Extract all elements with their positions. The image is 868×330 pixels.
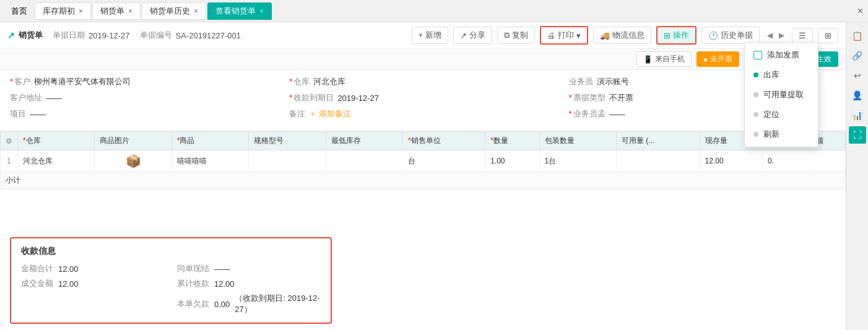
radio-icon-2 [753, 92, 758, 97]
view-toggle-grid[interactable]: ⊞ [818, 28, 838, 43]
table-row: 1 河北仓库 📦 嘻嘻嘻嘻 台 1.00 1台 12.00 0. [1, 150, 846, 172]
warehouse-value: 河北仓库 [313, 76, 345, 87]
tab-inventory[interactable]: 库存期初 × [35, 2, 91, 20]
print-dropdown-icon: ▾ [576, 31, 581, 40]
nav-arrows: ◀ ▶ [765, 30, 787, 41]
close-history-tab[interactable]: × [194, 7, 198, 15]
note-field: 备注 ＋ 添加备注 [289, 108, 556, 119]
doc-date-meta: 单据日期 2019-12-27 [53, 30, 130, 41]
dropdown-locate[interactable]: 定位 [745, 105, 818, 124]
product-header: *商品 [171, 132, 248, 150]
min-stock-header: 最低库存 [326, 132, 402, 150]
operation-button[interactable]: ⊞ 操作 [656, 26, 697, 45]
address-field: 客户地址 —— [10, 92, 277, 103]
customer-field: 客户 柳州粤港平安气体有限公司 [10, 76, 277, 87]
deal-value: 12.00 [58, 279, 79, 289]
row-available [616, 150, 700, 172]
amount-value: 12.00 [58, 264, 79, 274]
payment-date-value: 2019-12-27 [337, 93, 379, 103]
row-unit: 台 [402, 150, 485, 172]
dropdown-add-invoice[interactable]: 添加发票 [745, 45, 818, 65]
add-note-button[interactable]: ＋ 添加备注 [309, 108, 351, 119]
share-button[interactable]: ↗ 分享 [453, 27, 492, 44]
operation-dropdown: 添加发票 出库 可用量提取 定位 刷新 [744, 42, 818, 147]
window-close-button[interactable]: × [857, 6, 863, 17]
radio-icon [753, 72, 758, 77]
dropdown-outbound[interactable]: 出库 [745, 65, 818, 85]
row-product: 嘻嘻嘻嘻 [171, 150, 248, 172]
main-content: ↗ 销货单 单据日期 2019-12-27 单据编号 SA-20191227-0… [0, 22, 868, 330]
logistics-button[interactable]: 🚚 物流信息 [593, 27, 651, 44]
radio-icon-4 [753, 132, 758, 137]
ticket-label: 票据类型 [569, 92, 605, 103]
phone-icon: 📱 [643, 55, 653, 64]
next-button[interactable]: ▶ [776, 30, 787, 41]
gear-header: ⚙ [1, 132, 18, 150]
project-label: 项目 [10, 108, 26, 119]
doc-title-text: 销货单 [19, 30, 43, 41]
form-row-1: 客户 柳州粤港平安气体有限公司 仓库 河北仓库 业务员 演示账号 [10, 76, 836, 87]
payment-owe [21, 293, 165, 315]
form-row-3: 项目 —— 备注 ＋ 添加备注 业务员孟 —— [10, 108, 836, 119]
spec-header: 规格型号 [249, 132, 326, 150]
tab-sales-history[interactable]: 销货单历史 × [142, 2, 206, 20]
owe-label: 本单欠款 [177, 298, 209, 310]
phone-status-button[interactable]: 📱 来自手机 [636, 51, 692, 67]
print-icon: 🖨 [547, 31, 555, 40]
tab-sales[interactable]: 销货单 × [92, 2, 141, 20]
subtotal-cell: 小计 [1, 172, 846, 189]
view-toggle-list[interactable]: ☰ [792, 28, 813, 43]
number-value: SA-20191227-001 [176, 31, 241, 40]
sidebar-user-icon[interactable]: 👤 [849, 87, 866, 104]
row-pack-qty: 1台 [539, 150, 616, 172]
dropdown-available[interactable]: 可用量提取 [745, 85, 818, 105]
sidebar-link-icon[interactable]: 🔗 [849, 47, 866, 64]
row-warehouse: 河北仓库 [18, 150, 95, 172]
logistics-icon: 🚚 [600, 31, 610, 40]
warehouse-label: 仓库 [289, 76, 310, 87]
accumulated-label: 累计收款 [177, 278, 209, 289]
date-label: 单据日期 [53, 30, 85, 41]
tab-home[interactable]: 首页 [5, 6, 33, 17]
dropdown-refresh[interactable]: 刷新 [745, 124, 818, 144]
qty-header: *数量 [485, 132, 539, 150]
share-icon: ↗ [460, 31, 467, 40]
close-sales-tab[interactable]: × [128, 7, 132, 15]
accumulated-value: 12.00 [214, 279, 235, 289]
print-button[interactable]: 🖨 打印 ▾ [540, 26, 588, 45]
ticket-icon: ● [703, 55, 708, 64]
radio-icon-3 [753, 112, 758, 117]
history-button[interactable]: 🕐 历史单据 [701, 27, 760, 44]
doc-title: ↗ 销货单 [7, 30, 43, 41]
row-amount [811, 150, 846, 172]
checkbox-icon [753, 51, 762, 59]
tab-view-sales[interactable]: 查看销货单 × [207, 2, 272, 20]
table-header-row: ⚙ *仓库 商品图片 *商品 规格型号 最低库存 *销售单位 *数量 包装数量 … [1, 132, 846, 150]
project-value: —— [30, 110, 46, 119]
pack-qty-header: 包装数量 [539, 132, 616, 150]
sidebar-expand-icon[interactable]: ⛶ [849, 126, 866, 144]
copy-button[interactable]: ⧉ 复制 [497, 27, 535, 44]
right-sidebar: 📋 🔗 ↩ 👤 📊 ⛶ [846, 22, 868, 330]
sidebar-back-icon[interactable]: ↩ [849, 67, 866, 84]
date-value: 2019-12-27 [89, 31, 130, 40]
project-field: 项目 —— [10, 108, 277, 119]
prev-button[interactable]: ◀ [765, 30, 775, 41]
new-button[interactable]: + 新增 [412, 27, 448, 44]
same-settle-label: 同单现结 [177, 263, 209, 274]
sidebar-chart-icon[interactable]: 📊 [849, 106, 866, 124]
unit-header: *销售单位 [402, 132, 485, 150]
row-image: 📦 [95, 150, 171, 172]
deal-label: 成交金额 [21, 278, 53, 289]
close-view-tab[interactable]: × [259, 7, 264, 15]
form-section: 客户 柳州粤港平安气体有限公司 仓库 河北仓库 业务员 演示账号 客户地址 —— [0, 70, 846, 131]
sidebar-doc-icon[interactable]: 📋 [849, 27, 866, 45]
payment-title: 收款信息 [21, 246, 321, 257]
open-ticket-button[interactable]: ● 未开票 [697, 51, 739, 67]
close-inventory-tab[interactable]: × [79, 7, 83, 15]
operation-icon: ⊞ [664, 31, 671, 40]
address-label: 客户地址 [10, 92, 42, 103]
owe-note: （收款到期日: 2019-12-27） [235, 293, 321, 315]
content-area: ↗ 销货单 单据日期 2019-12-27 单据编号 SA-20191227-0… [0, 22, 846, 330]
row-qty: 1.00 [485, 150, 539, 172]
